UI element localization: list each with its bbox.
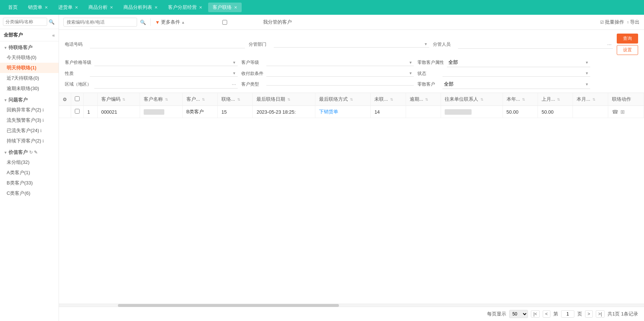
area-select[interactable]: ··· bbox=[94, 80, 238, 89]
sidebar-item-7days[interactable]: 近7天待联络(0) bbox=[0, 73, 59, 83]
more-icon[interactable]: ··· bbox=[232, 81, 236, 87]
batch-operation-button[interactable]: ☑ 批量操作 bbox=[600, 19, 624, 25]
last-method-link[interactable]: 下销货单 bbox=[319, 109, 338, 114]
page-size-select[interactable]: 50 100 200 bbox=[509, 310, 528, 318]
page-input[interactable] bbox=[561, 310, 574, 318]
nav-close-icon[interactable]: ✕ bbox=[45, 5, 48, 10]
my-customers-check[interactable] bbox=[188, 20, 262, 25]
col-contact-person[interactable]: 往来单位联系人 ⇅ bbox=[441, 93, 503, 106]
row-checkbox[interactable] bbox=[71, 106, 84, 118]
horizontal-scrollbar[interactable] bbox=[59, 304, 644, 307]
setting-button[interactable]: 设置 bbox=[617, 45, 638, 55]
sidebar-item-class-a[interactable]: A类客户(1) bbox=[0, 168, 59, 178]
sidebar-item-overdue[interactable]: 逾期未联络(30) bbox=[0, 83, 59, 94]
sidebar-item-tomorrow[interactable]: 明天待联络(1) bbox=[0, 63, 59, 73]
nav-close-icon[interactable]: ✕ bbox=[75, 5, 78, 10]
customer-type-select[interactable] bbox=[266, 83, 414, 86]
col-checkbox[interactable] bbox=[71, 93, 84, 106]
filter-retail-attr: 零散客户属性 全部 ▼ bbox=[417, 58, 590, 67]
nav-purchase-order[interactable]: 进货单 ✕ bbox=[54, 3, 83, 12]
nav-customer-tier[interactable]: 客户分层经营 ✕ bbox=[164, 3, 207, 12]
sidebar-item-ungrouped[interactable]: 未分组(32) bbox=[0, 157, 59, 168]
col-customer-name[interactable]: 客户名称 ⇅ bbox=[140, 93, 183, 106]
nav-sales-order[interactable]: 销货单 ✕ bbox=[24, 3, 52, 12]
next-page-button[interactable]: > bbox=[585, 310, 593, 318]
export-button[interactable]: ↑ 导出 bbox=[627, 19, 640, 25]
col-contact-count[interactable]: 联络... ⇅ bbox=[218, 93, 253, 106]
sidebar-item-today[interactable]: 今天待联络(0) bbox=[0, 52, 59, 63]
more-icon[interactable]: ··· bbox=[607, 41, 612, 47]
row-contact-count: 15 bbox=[218, 106, 253, 118]
dept-select[interactable]: ▼ bbox=[274, 41, 429, 48]
sidebar-item-declining[interactable]: 持续下滑客户(2) ℹ bbox=[0, 136, 59, 146]
table-area: ⚙ 客户编码 ⇅ 客户名称 ⇅ 客户... ⇅ bbox=[59, 93, 644, 304]
row-last-method[interactable]: 下销货单 bbox=[315, 106, 371, 118]
customer-value-select[interactable]: ▼ bbox=[94, 59, 238, 66]
nav-close-icon[interactable]: ✕ bbox=[234, 5, 237, 10]
sidebar-collapse-icon[interactable]: « bbox=[52, 32, 55, 38]
filter-actions: 查询 设置 bbox=[617, 34, 638, 55]
phone-input[interactable] bbox=[90, 41, 245, 48]
manager-select[interactable]: ··· bbox=[458, 40, 613, 49]
nav-home[interactable]: 首页 bbox=[4, 3, 22, 12]
col-customer-type[interactable]: 客户... ⇅ bbox=[182, 93, 217, 106]
filter-row-3: 性质 ▼ 收付款条件 ▼ 状态 bbox=[65, 70, 638, 77]
prev-page-button[interactable]: < bbox=[543, 310, 550, 318]
nav-close-icon[interactable]: ✕ bbox=[199, 5, 202, 10]
col-this-month[interactable]: 本月... ⇅ bbox=[573, 93, 608, 106]
row-select-checkbox[interactable] bbox=[75, 109, 80, 114]
search-icon[interactable]: 🔍 bbox=[140, 20, 146, 25]
nav-close-icon[interactable]: ✕ bbox=[154, 5, 158, 10]
sort-icon: ⇅ bbox=[522, 97, 525, 101]
retail-attr-select[interactable]: 全部 ▼ bbox=[447, 58, 590, 67]
main-layout: 🔍 全部客户 « ▼ 待联络客户 今天待联络(0) 明天待联络(1) 近7天待联… bbox=[0, 15, 644, 321]
nav-close-icon[interactable]: ✕ bbox=[110, 5, 113, 10]
sort-icon: ⇅ bbox=[237, 97, 240, 101]
more-filters-button[interactable]: ▼ 更多条件 ▲ bbox=[155, 19, 185, 25]
sidebar-search-input[interactable] bbox=[3, 18, 47, 26]
col-last-date[interactable]: 最后联络日期 ⇅ bbox=[253, 93, 315, 106]
nav-product-analysis-list[interactable]: 商品分析列表 ✕ bbox=[119, 3, 162, 12]
nav-customer-contact[interactable]: 客户联络 ✕ bbox=[208, 3, 242, 12]
first-page-button[interactable]: |< bbox=[531, 310, 540, 318]
row-this-year: 50.00 bbox=[503, 106, 538, 118]
chevron-down-icon: ▼ bbox=[409, 71, 412, 75]
sidebar-item-churned[interactable]: 已流失客户(24) ℹ bbox=[0, 125, 59, 136]
row-type: B类客户 bbox=[182, 106, 217, 118]
sidebar: 🔍 全部客户 « ▼ 待联络客户 今天待联络(0) 明天待联络(1) 近7天待联… bbox=[0, 15, 59, 321]
status-select[interactable]: ▼ bbox=[442, 70, 590, 77]
row-last-month: 50.00 bbox=[538, 106, 573, 118]
sidebar-all-customers[interactable]: 全部客户 « bbox=[0, 29, 59, 41]
sidebar-item-class-b[interactable]: B类客户(33) bbox=[0, 178, 59, 188]
sidebar-search-icon[interactable]: 🔍 bbox=[49, 19, 55, 25]
my-customers-checkbox[interactable]: 我分管的客户 bbox=[188, 19, 292, 25]
col-settings[interactable]: ⚙ bbox=[59, 93, 71, 106]
sidebar-item-abnormal[interactable]: 回购异常客户(2) ℹ bbox=[0, 105, 59, 115]
nav-product-analysis[interactable]: 商品分析 ✕ bbox=[84, 3, 118, 12]
col-index bbox=[84, 93, 98, 106]
filter-customer-value: 客户价格等级 ▼ bbox=[65, 59, 238, 66]
search-input[interactable] bbox=[63, 18, 137, 27]
row-name: Ea bbox=[140, 106, 183, 118]
select-all-checkbox[interactable] bbox=[75, 96, 80, 101]
sidebar-item-class-c[interactable]: C类客户(6) bbox=[0, 188, 59, 199]
gender-select[interactable]: ▼ bbox=[90, 70, 238, 77]
customer-level-select[interactable]: ▼ bbox=[266, 59, 414, 66]
sidebar-value-category: ▼ 价值客户 ↻ ✎ bbox=[0, 148, 59, 157]
col-uncontact[interactable]: 未联... ⇅ bbox=[371, 93, 406, 106]
payment-select[interactable]: ▼ bbox=[266, 70, 414, 77]
last-page-button[interactable]: >| bbox=[596, 310, 605, 318]
scrollbar-thumb[interactable] bbox=[118, 304, 339, 307]
filter-gender: 性质 ▼ bbox=[65, 70, 238, 77]
col-customer-code[interactable]: 客户编码 ⇅ bbox=[97, 93, 140, 106]
retail-customer-select[interactable]: 全部 ▼ bbox=[442, 80, 590, 89]
col-last-month[interactable]: 上月... ⇅ bbox=[538, 93, 573, 106]
query-button[interactable]: 查询 bbox=[617, 34, 638, 44]
grid-action-icon[interactable]: ⊞ bbox=[620, 109, 625, 115]
col-last-method[interactable]: 最后联络方式 ⇅ bbox=[315, 93, 371, 106]
sidebar-item-churn-warning[interactable]: 流失预警客户(3) ℹ bbox=[0, 115, 59, 125]
row-actions: ☎ ⊞ bbox=[608, 106, 644, 118]
col-overdue[interactable]: 逾期... ⇅ bbox=[406, 93, 441, 106]
col-this-year[interactable]: 本年... ⇅ bbox=[503, 93, 538, 106]
phone-action-icon[interactable]: ☎ bbox=[612, 109, 618, 115]
